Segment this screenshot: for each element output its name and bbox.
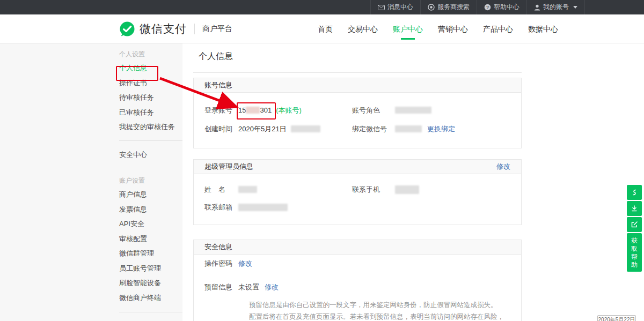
brand-name: 微信支付 xyxy=(140,21,187,36)
security-info-card-header: 安全信息 xyxy=(194,240,521,255)
created-time-label: 创建时间 xyxy=(204,124,238,134)
super-admin-card-body: 姓 名 联系手机 联系邮箱 xyxy=(194,174,521,216)
sidebar-item-face-smart-device[interactable]: 刷脸智能设备 xyxy=(119,275,182,290)
sidebar-item-review-config[interactable]: 审核配置 xyxy=(119,232,182,247)
desc-line: 预留信息是由你自己设置的一段文字，用来鉴定网站身份，防止假冒网站造成损失。 xyxy=(249,300,510,311)
sidebar-item-staff-account-mgmt[interactable]: 员工账号管理 xyxy=(119,261,182,276)
main-content: 个人信息 账号信息 登录账号 15 301 (本账号) xyxy=(193,43,522,321)
nav-marketing-center[interactable]: 营销中心 xyxy=(430,14,475,43)
floating-toolbar: 获取帮助 xyxy=(627,185,642,272)
sidebar-item-pending-review-tasks[interactable]: 待审核任务 xyxy=(119,90,182,105)
rebind-link[interactable]: 更换绑定 xyxy=(427,124,455,134)
card-title: 安全信息 xyxy=(204,240,232,254)
feedback-button[interactable] xyxy=(627,217,642,232)
sidebar-divider xyxy=(119,140,182,141)
redacted-account-role xyxy=(395,107,431,114)
sidebar-item-my-submitted-tasks[interactable]: 我提交的审核任务 xyxy=(119,120,182,135)
site-header: 微信支付 商户平台 首页 交易中心 账户中心 营销中心 产品中心 数据中心 xyxy=(0,14,644,43)
get-help-button[interactable]: 获取帮助 xyxy=(627,233,642,272)
page-title: 个人信息 xyxy=(193,43,522,62)
nav-data-center[interactable]: 数据中心 xyxy=(521,14,566,43)
desc-line: 配置后将在首页及充值页面显示。若未看到预留信息，表明当前访问的网站存在风险，请终… xyxy=(249,311,510,321)
download-button[interactable] xyxy=(627,201,642,216)
topbar-item-label: 消息中心 xyxy=(387,3,413,12)
sidebar-item-personal-info[interactable]: 个人信息 xyxy=(119,61,182,76)
redacted-contact-phone xyxy=(395,185,419,194)
sidebar-group-account-settings: 账户设置 xyxy=(119,174,182,187)
nav-product-center[interactable]: 产品中心 xyxy=(475,14,521,43)
topbar-item-label: 服务商搜索 xyxy=(437,3,470,12)
sidebar-group-personal-settings: 个人设置 xyxy=(119,48,182,61)
admin-name-label: 姓 名 xyxy=(204,185,238,195)
super-admin-card: 超级管理员信息 修改 姓 名 联系手机 联系邮箱 xyxy=(193,159,522,225)
sidebar-item-security-center[interactable]: 安全中心 xyxy=(119,147,182,162)
top-utility-menu: 消息中心 服务商搜索 ? 帮助中心 我的账号 xyxy=(370,0,585,14)
title-divider xyxy=(193,72,522,73)
password-edit-link[interactable]: 修改 xyxy=(238,259,252,268)
admin-row-2: 联系邮箱 xyxy=(204,198,510,216)
redacted-created-time xyxy=(291,125,320,132)
super-admin-card-header: 超级管理员信息 修改 xyxy=(194,160,521,174)
search-icon xyxy=(428,4,435,11)
nav-home[interactable]: 首页 xyxy=(310,14,340,43)
topbar-item-label: 我的账号 xyxy=(543,3,569,12)
topbar-item-label: 帮助中心 xyxy=(494,3,519,12)
sidebar-item-wechat-group-mgmt[interactable]: 微信群管理 xyxy=(119,246,182,261)
sidebar-inner: 个人设置 个人信息 操作证书 待审核任务 已审核任务 我提交的审核任务 安全中心… xyxy=(119,43,182,319)
sidebar-item-reviewed-tasks[interactable]: 已审核任务 xyxy=(119,105,182,120)
merchant-platform-page: 消息中心 服务商搜索 ? 帮助中心 我的账号 微信 xyxy=(0,0,644,321)
message-center-item[interactable]: 消息中心 xyxy=(370,0,420,14)
reserved-status: 未设置 xyxy=(238,282,259,292)
portal-name: 商户平台 xyxy=(202,24,232,34)
nav-account-center[interactable]: 账户中心 xyxy=(385,14,430,43)
user-icon xyxy=(534,4,540,11)
download-icon xyxy=(631,205,638,212)
account-info-card: 账号信息 登录账号 15 301 (本账号) 账号角色 xyxy=(193,78,522,148)
reserved-info-label: 预留信息 xyxy=(204,282,238,292)
my-account-item[interactable]: 我的账号 xyxy=(526,0,585,14)
sidebar-item-wechat-merchant-terminal[interactable]: 微信商户终端 xyxy=(119,290,182,305)
sidebar-divider xyxy=(119,312,182,312)
admin-edit-link[interactable]: 修改 xyxy=(496,160,510,174)
get-help-label: 获取帮助 xyxy=(631,237,638,269)
sidebar-item-operation-certificate[interactable]: 操作证书 xyxy=(119,76,182,91)
bound-wechat-label: 绑定微信号 xyxy=(352,124,395,134)
operation-password-label: 操作密码 xyxy=(204,259,238,268)
account-row-1: 登录账号 15 301 (本账号) 账号角色 xyxy=(204,101,510,120)
question-icon: ? xyxy=(484,4,491,11)
login-account-prefix: 15 xyxy=(238,106,246,114)
security-info-card: 安全信息 操作密码 修改 预留信息 未设置 修改 预留信息是由你自己设置的一段文… xyxy=(193,240,522,321)
brand-divider xyxy=(194,24,195,34)
sidebar-item-api-security[interactable]: API安全 xyxy=(119,217,182,232)
link-icon xyxy=(631,189,638,196)
security-row-reserved: 预留信息 未设置 修改 xyxy=(204,281,510,293)
account-row-2: 创建时间 2020年5月21日 绑定微信号 更换绑定 xyxy=(204,120,510,138)
wechat-pay-logo xyxy=(119,21,135,37)
reserved-edit-link[interactable]: 修改 xyxy=(265,282,279,292)
sidebar-item-merchant-info[interactable]: 商户信息 xyxy=(119,187,182,202)
corner-date-box: 2020年5月22日 xyxy=(597,315,636,321)
sidebar-item-invoice-info[interactable]: 发票信息 xyxy=(119,202,182,217)
service-provider-search-item[interactable]: 服务商搜索 xyxy=(420,0,477,14)
account-role-label: 账号角色 xyxy=(352,106,395,115)
edit-icon xyxy=(631,221,638,228)
svg-text:?: ? xyxy=(486,5,489,10)
link-button[interactable] xyxy=(627,185,642,200)
security-info-card-body: 操作密码 修改 预留信息 未设置 修改 预留信息是由你自己设置的一段文字，用来鉴… xyxy=(194,255,521,321)
nav-transaction-center[interactable]: 交易中心 xyxy=(340,14,385,43)
card-title: 超级管理员信息 xyxy=(204,160,253,174)
card-title: 账号信息 xyxy=(204,78,232,92)
caret-down-icon xyxy=(573,6,577,9)
created-time-value: 2020年5月21日 xyxy=(238,124,287,134)
security-row-password: 操作密码 修改 xyxy=(204,258,510,270)
help-center-item[interactable]: ? 帮助中心 xyxy=(477,0,526,14)
redacted-wechat-id xyxy=(395,125,422,132)
contact-email-label: 联系邮箱 xyxy=(204,203,238,212)
account-info-card-body: 登录账号 15 301 (本账号) 账号角色 xyxy=(194,93,521,138)
this-account-note: (本账号) xyxy=(276,106,302,115)
contact-phone-label: 联系手机 xyxy=(352,185,395,195)
login-account-label: 登录账号 xyxy=(204,106,238,115)
redacted-login-middle xyxy=(246,107,260,114)
reserved-info-description: 预留信息是由你自己设置的一段文字，用来鉴定网站身份，防止假冒网站造成损失。 配置… xyxy=(249,300,510,321)
brand-area: 微信支付 商户平台 xyxy=(119,14,232,43)
